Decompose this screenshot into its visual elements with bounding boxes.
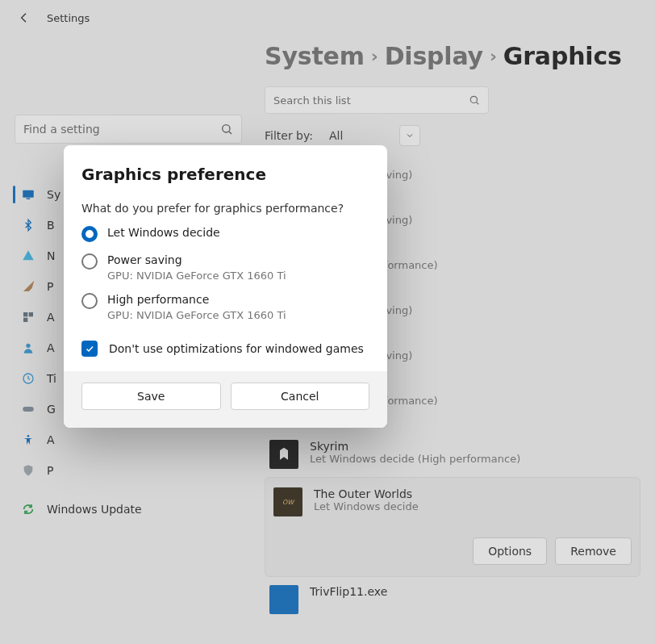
svg-rect-6 (23, 318, 27, 322)
search-icon (220, 123, 233, 136)
filter-label: Filter by: (265, 129, 313, 142)
svg-rect-4 (23, 312, 27, 316)
clock-icon (21, 371, 35, 386)
app-name: The Outer Worlds (314, 487, 419, 500)
sidebar-item-label: Sy (47, 188, 60, 201)
sidebar-item-label: Ti (47, 372, 56, 385)
cancel-button[interactable]: Cancel (231, 383, 370, 410)
svg-rect-2 (23, 190, 34, 198)
dialog-title: Graphics preference (81, 165, 369, 184)
radio-icon (81, 226, 98, 242)
sidebar-item-label: Windows Update (47, 503, 142, 516)
windowed-optimizations-checkbox[interactable]: Don't use optimizations for windowed gam… (81, 341, 369, 357)
brush-icon (21, 279, 35, 294)
accessibility-icon (21, 433, 35, 447)
option-label: High performance (107, 293, 286, 306)
sidebar-item-label: B (47, 219, 55, 232)
app-row[interactable]: SkyrimLet Windows decide (High performan… (265, 432, 640, 477)
search-icon (469, 94, 480, 106)
chevron-down-icon (405, 131, 415, 140)
app-row-expanded: OW The Outer WorldsLet Windows decide Op… (265, 477, 640, 577)
option-power-saving[interactable]: Power saving GPU: NVIDIA GeForce GTX 166… (81, 253, 369, 282)
sidebar-item-label: A (47, 433, 55, 446)
option-high-performance[interactable]: High performance GPU: NVIDIA GeForce GTX… (81, 293, 369, 321)
svg-point-7 (26, 344, 30, 348)
sidebar-item-privacy[interactable]: P (15, 455, 242, 486)
svg-point-10 (27, 435, 30, 437)
option-gpu: GPU: NVIDIA GeForce GTX 1660 Ti (107, 309, 286, 321)
breadcrumb-display[interactable]: Display (385, 42, 483, 70)
app-name: TrivFlip11.exe (310, 585, 387, 598)
search-list-input[interactable]: Search this list (265, 86, 489, 114)
apps-icon (21, 310, 35, 324)
bluetooth-icon (21, 218, 35, 232)
chevron-right-icon: › (490, 46, 497, 66)
svg-point-11 (470, 96, 477, 102)
remove-button[interactable]: Remove (555, 537, 632, 565)
back-button[interactable] (16, 10, 32, 26)
option-let-windows-decide[interactable]: Let Windows decide (81, 226, 369, 242)
option-gpu: GPU: NVIDIA GeForce GTX 1660 Ti (107, 270, 286, 282)
sidebar-item-label: N (47, 249, 55, 262)
breadcrumb-graphics: Graphics (503, 42, 622, 70)
radio-icon (81, 253, 98, 270)
app-icon (269, 440, 298, 469)
display-icon (21, 187, 35, 202)
app-title: Settings (47, 12, 90, 24)
app-row[interactable]: TrivFlip11.exe (265, 577, 640, 622)
graphics-preference-dialog: Graphics preference What do you prefer f… (64, 145, 387, 428)
save-button[interactable]: Save (81, 383, 221, 410)
app-name: Skyrim (310, 440, 520, 453)
svg-line-1 (229, 132, 232, 134)
app-preference: Let Windows decide (High performance) (310, 453, 520, 465)
sidebar-item-windows-update[interactable]: Windows Update (15, 494, 242, 525)
filter-value: All (329, 129, 343, 142)
svg-rect-9 (23, 407, 34, 412)
options-button[interactable]: Options (473, 537, 547, 565)
option-label: Power saving (107, 253, 286, 266)
svg-rect-5 (29, 312, 33, 316)
search-settings-input[interactable]: Find a setting (15, 115, 242, 144)
person-icon (21, 341, 35, 355)
dialog-question: What do you prefer for graphics performa… (81, 202, 369, 215)
app-icon (269, 585, 298, 614)
breadcrumb-system[interactable]: System (265, 42, 365, 70)
sidebar-item-label: A (47, 311, 55, 324)
sidebar-item-label: P (47, 464, 53, 477)
sidebar-item-label: G (47, 403, 56, 416)
svg-line-12 (477, 102, 479, 105)
app-icon: OW (273, 487, 302, 516)
radio-icon (81, 293, 98, 309)
svg-point-0 (223, 125, 230, 132)
checkbox-label: Don't use optimizations for windowed gam… (109, 342, 364, 355)
update-icon (21, 502, 35, 516)
gamepad-icon (21, 402, 35, 416)
svg-rect-3 (27, 199, 31, 200)
app-preference: Let Windows decide (314, 500, 419, 512)
chevron-right-icon: › (371, 46, 378, 66)
filter-dropdown[interactable] (399, 125, 420, 146)
shield-icon (21, 463, 35, 478)
breadcrumb: System › Display › Graphics (265, 42, 640, 70)
search-list-placeholder: Search this list (273, 94, 469, 107)
network-icon (21, 249, 35, 263)
sidebar-item-accessibility[interactable]: A (15, 424, 242, 455)
option-label: Let Windows decide (107, 226, 220, 239)
search-settings-placeholder: Find a setting (23, 123, 220, 136)
sidebar-item-label: A (47, 341, 55, 354)
sidebar-item-label: P (47, 280, 53, 293)
checkbox-checked-icon (81, 341, 98, 357)
